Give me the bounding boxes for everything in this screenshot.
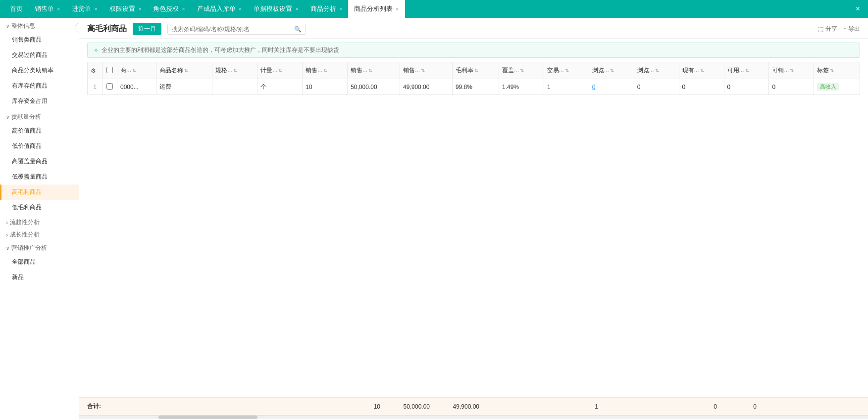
nav-close-icon[interactable]: ×	[339, 6, 342, 12]
footer-sales-amount: 50,000.00	[384, 403, 434, 410]
footer-cells: 合计: 10 50,000.00 49,900.00 1 0 0	[87, 402, 860, 411]
sidebar-group-arrow: ›	[6, 219, 8, 226]
nav-product-analysis-list[interactable]: 商品分析列表 ×	[348, 0, 405, 18]
time-filter-button[interactable]: 近一月	[133, 23, 161, 35]
col-current-stock[interactable]: 现有... ⇅	[679, 62, 724, 79]
sidebar-item-in-stock-goods[interactable]: 有库存的商品	[0, 78, 79, 93]
sidebar-item-low-coverage[interactable]: 低覆盖量商品	[0, 169, 79, 185]
sidebar-group-arrow: ›	[6, 232, 8, 238]
row-num: 1	[88, 79, 102, 95]
export-button[interactable]: ↑ 导出	[843, 25, 860, 33]
col-coverage[interactable]: 覆盖... ⇅	[499, 62, 544, 79]
nav-template-settings[interactable]: 单据模板设置 ×	[248, 0, 304, 18]
sidebar-item-category-rate[interactable]: 商品分类助销率	[0, 63, 79, 78]
row-views2: 0	[634, 79, 679, 95]
sidebar: « ∨ 整体信息 销售类商品 交易过的商品 商品分类助销率 有库存的商品 库存资…	[0, 18, 79, 419]
row-views1[interactable]: 0	[589, 79, 634, 95]
nav-close-window[interactable]: ×	[852, 4, 864, 13]
content-area: 高毛利商品 近一月 🔍 ⬚ 分享 ↑ 导出 ✧ 企业的主要的利润都是这部分商品创…	[79, 18, 868, 419]
sort-icon: ⇅	[655, 68, 659, 73]
col-name[interactable]: 商品名称 ⇅	[156, 62, 212, 79]
nav-sales-order[interactable]: 销售单 ×	[29, 0, 66, 18]
sidebar-item-sales-goods[interactable]: 销售类商品	[0, 32, 79, 47]
sidebar-item-low-margin[interactable]: 低毛利商品	[0, 200, 79, 215]
nav-home[interactable]: 首页	[4, 0, 29, 18]
nav-close-icon[interactable]: ×	[94, 6, 97, 12]
sidebar-group-arrow: ∨	[6, 23, 9, 29]
sort-icon: ⇅	[790, 68, 794, 73]
search-box: 🔍	[167, 24, 306, 35]
table-footer: 合计: 10 50,000.00 49,900.00 1 0 0	[79, 397, 868, 415]
sort-icon: ⇅	[323, 68, 327, 73]
row-checkbox-cell[interactable]	[102, 79, 117, 95]
sidebar-item-traded-goods[interactable]: 交易过的商品	[0, 47, 79, 63]
nav-product-analysis[interactable]: 商品分析 ×	[305, 0, 348, 18]
share-button[interactable]: ⬚ 分享	[818, 25, 837, 33]
nav-close-icon[interactable]: ×	[295, 6, 298, 12]
nav-product-inbound[interactable]: 产成品入库单 ×	[191, 0, 248, 18]
nav-close-icon[interactable]: ×	[182, 6, 185, 12]
col-views2[interactable]: 浏览... ⇅	[634, 62, 679, 79]
sidebar-group-marketing[interactable]: ∨ 营销推广分析	[0, 240, 79, 254]
nav-close-icon[interactable]: ×	[138, 6, 141, 12]
col-spec[interactable]: 规格... ⇅	[212, 62, 257, 79]
scrollbar-thumb[interactable]	[158, 416, 257, 419]
nav-close-icon[interactable]: ×	[239, 6, 242, 12]
sidebar-group-overall[interactable]: ∨ 整体信息	[0, 18, 79, 32]
share-icon: ⬚	[818, 26, 823, 33]
sort-icon: ⇅	[745, 68, 749, 73]
sidebar-item-high-value[interactable]: 高价值商品	[0, 123, 79, 139]
col-code[interactable]: 商... ⇅	[117, 62, 156, 79]
nav-permissions[interactable]: 权限设置 ×	[103, 0, 147, 18]
sidebar-group-arrow: ∨	[6, 245, 9, 251]
sidebar-item-new-goods[interactable]: 新品	[0, 270, 79, 285]
row-name: 运费	[156, 79, 212, 95]
main-layout: « ∨ 整体信息 销售类商品 交易过的商品 商品分类助销率 有库存的商品 库存资…	[0, 18, 868, 419]
sort-icon: ⇅	[421, 68, 425, 73]
sidebar-group-trend[interactable]: › 流趋性分析	[0, 215, 79, 228]
sidebar-item-all-goods[interactable]: 全部商品	[0, 254, 79, 270]
col-transactions[interactable]: 交易... ⇅	[544, 62, 589, 79]
col-sales-amount[interactable]: 销售... ⇅	[348, 62, 400, 79]
sidebar-group-growth[interactable]: › 成长性分析	[0, 228, 79, 240]
sort-icon: ⇅	[700, 68, 704, 73]
col-checkbox[interactable]	[102, 62, 117, 79]
col-settings[interactable]: ⚙	[88, 62, 102, 79]
select-all-checkbox[interactable]	[106, 67, 113, 73]
bottom-scrollbar[interactable]	[79, 415, 868, 419]
row-checkbox[interactable]	[106, 83, 113, 90]
info-text: 企业的主要的利润都是这部分商品创造的，可考虑加大推广，同时关注库存是不要出现缺货	[102, 46, 339, 54]
sidebar-item-high-margin[interactable]: 高毛利商品	[0, 185, 79, 200]
data-table: ⚙ 商... ⇅ 商品名称	[87, 62, 860, 95]
nav-role-auth[interactable]: 角色授权 ×	[147, 0, 191, 18]
sidebar-item-low-value[interactable]: 低价值商品	[0, 139, 79, 154]
nav-close-icon[interactable]: ×	[57, 6, 60, 12]
search-icon[interactable]: 🔍	[294, 26, 302, 33]
page-title: 高毛利商品	[87, 24, 127, 34]
sidebar-group-contribution[interactable]: ∨ 贡献量分析	[0, 109, 79, 123]
table-header-row: ⚙ 商... ⇅ 商品名称	[88, 62, 860, 79]
col-gross-margin[interactable]: 毛利率 ⇅	[452, 62, 499, 79]
nav-purchase-order[interactable]: 进货单 ×	[66, 0, 103, 18]
col-unit[interactable]: 计量... ⇅	[257, 62, 303, 79]
row-sales-amount: 50,000.00	[348, 79, 400, 95]
col-sales-cost[interactable]: 销售... ⇅	[400, 62, 453, 79]
export-icon: ↑	[843, 26, 846, 33]
nav-close-icon[interactable]: ×	[396, 6, 399, 12]
sidebar-item-stock-capital[interactable]: 库存资金占用	[0, 93, 79, 109]
data-table-wrapper: ⚙ 商... ⇅ 商品名称	[87, 62, 860, 397]
col-available[interactable]: 可用... ⇅	[724, 62, 769, 79]
col-tag[interactable]: 标签 ⇅	[814, 62, 860, 79]
col-saleable[interactable]: 可销... ⇅	[769, 62, 814, 79]
sort-icon: ⇅	[278, 68, 282, 73]
sort-icon: ⇅	[233, 68, 237, 73]
row-sales-cost: 49,900.00	[400, 79, 453, 95]
sidebar-item-high-coverage[interactable]: 高覆盖量商品	[0, 154, 79, 169]
row-available: 0	[724, 79, 769, 95]
search-input[interactable]	[172, 26, 294, 33]
top-navigation: 首页 销售单 × 进货单 × 权限设置 × 角色授权 × 产成品入库单 × 单据…	[0, 0, 868, 18]
sort-icon: ⇅	[368, 68, 372, 73]
row-current-stock: 0	[679, 79, 724, 95]
col-sales-qty[interactable]: 销售... ⇅	[303, 62, 348, 79]
col-views1[interactable]: 浏览... ⇅	[589, 62, 634, 79]
